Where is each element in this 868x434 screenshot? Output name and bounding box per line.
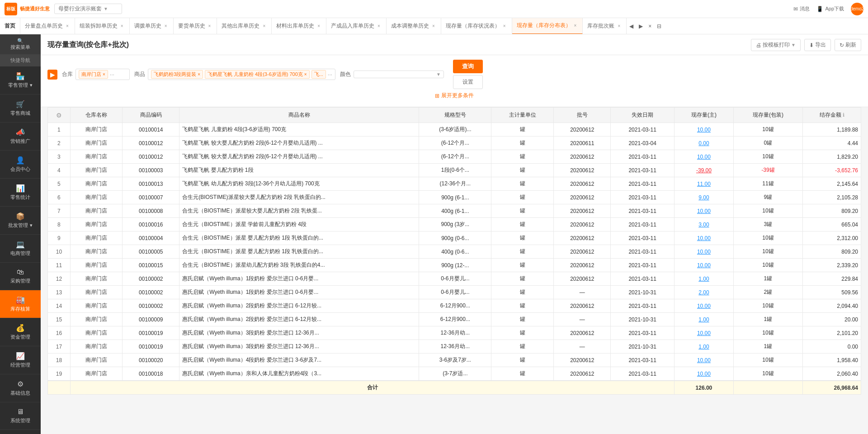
tab-close-qi-ta[interactable]: × [261,23,267,29]
tab-xian-cun-fenpei[interactable]: 现存量（库存分布表） × [512,18,583,34]
template-print-arrow: ▼ [791,42,796,47]
product-more[interactable]: ··· [328,71,332,78]
cell-code: 00100012 [123,150,179,164]
cell-num: 13 [48,286,71,299]
th-settings[interactable]: ⚙ [48,108,71,123]
tab-qi-ta[interactable]: 其他出库单历史 × [217,18,272,34]
product-filter-group: 商品 飞鹤奶粉3段两提装 × 飞鹤星飞帆 儿童奶粉 4段(3-6岁适用) 700… [134,69,335,80]
product-tag-2-close[interactable]: × [304,72,307,77]
cell-stock-main[interactable]: -39.00 [675,164,734,177]
sidebar-item-ecommerce[interactable]: 💻 电商管理 [0,235,41,263]
sidebar-item-retail-mgmt[interactable]: 🏪 零售管理 ▾ [0,66,41,94]
sidebar-item-basic[interactable]: ⚙ 基础信息 [0,374,41,402]
cell-unit: 罐 [491,367,554,381]
tab-close-yao-huo[interactable]: × [207,23,212,29]
cell-stock-main[interactable]: 2.00 [675,286,734,299]
cell-stock-main[interactable]: 10.00 [675,150,734,164]
refresh-btn[interactable]: ↻ 刷新 [835,39,861,51]
cell-stock-main[interactable]: 1.00 [675,272,734,286]
cell-stock-main[interactable]: 10.00 [675,259,734,272]
cell-expire: 2021-03-11 [611,231,675,245]
sidebar-item-enterprise[interactable]: 🤝 企业协同 [0,430,41,434]
cell-num: 19 [48,367,71,381]
cell-stock-main[interactable]: 0.00 [675,137,734,150]
expand-more-btn[interactable]: ⊞ 展开更多条件 [47,89,861,102]
query-btn[interactable]: 查询 [453,60,483,73]
sidebar-item-member[interactable]: 👤 会员中心 [0,151,41,179]
cell-unit: 罐 [491,272,554,286]
tab-fen-pan[interactable]: 分量盘点单历史 × [20,18,75,34]
tab-close-cai-liao[interactable]: × [316,23,321,29]
message-btn[interactable]: ✉ 消息 [793,5,810,12]
warehouse-tag-close[interactable]: × [103,72,105,77]
template-print-btn[interactable]: 🖨 按模板打印 ▼ [751,39,801,51]
cell-unit: 罐 [491,313,554,326]
tab-nav-prev[interactable]: ◀ [627,23,636,29]
cell-balance: 1,189.88 [803,123,861,137]
cell-stock-main[interactable]: 10.00 [675,245,734,259]
cell-name: 惠氏启赋（Wyeth illuma）亲和人体儿童配方奶粉4段（3... [179,367,419,381]
cell-stock-main[interactable]: 10.00 [675,326,734,340]
warehouse-more[interactable]: ··· [110,71,114,78]
cell-stock-main[interactable]: 1.00 [675,313,734,326]
tab-close-xian-cun-kucun[interactable]: × [502,23,507,29]
export-btn[interactable]: ⬇ 导出 [804,39,831,51]
sidebar-item-retail-stats[interactable]: 📊 零售统计 [0,179,41,207]
sidebar-item-marketing[interactable]: 📣 营销推广 [0,123,41,151]
tab-close-xian-cun-fenpei[interactable]: × [573,23,578,28]
sidebar-item-finance[interactable]: 💰 资金管理 [0,318,41,346]
cell-stock-main[interactable]: 10.00 [675,299,734,313]
tab-xian-cun-kucun[interactable]: 现存量（库存状况表） × [441,18,512,34]
cell-stock-main[interactable]: 1.00 [675,340,734,354]
tab-close-cheng-ben[interactable]: × [431,23,436,29]
tab-close-tiao-bo[interactable]: × [163,23,169,29]
sidebar-search[interactable]: 🔍 搜索菜单 [0,34,41,54]
settings-icon[interactable]: ⚙ [56,112,62,119]
tab-yao-huo[interactable]: 要货单历史 × [174,18,217,34]
tab-nav-menu[interactable]: ⊟ [654,23,664,29]
tab-chan-pin[interactable]: 产成品入库单历史 × [326,18,387,34]
cell-num: 17 [48,340,71,354]
cell-stock-main[interactable]: 10.00 [675,367,734,381]
cell-stock-main[interactable]: 10.00 [675,231,734,245]
tab-cheng-ben[interactable]: 成本调整单历史 × [387,18,441,34]
sidebar-item-purchase[interactable]: 🛍 采购管理 [0,263,41,290]
org-selector[interactable]: 母婴行业演示账套 ▼ [54,4,122,14]
sidebar-quick-nav[interactable]: 快捷导航 [0,54,41,66]
cell-stock-main[interactable]: 3.00 [675,218,734,231]
sidebar-item-inventory[interactable]: 🏭 库存核算 [0,290,41,318]
settings-btn[interactable]: 设置 [453,75,483,89]
tab-tiao-bo[interactable]: 调拨单历史 × [130,18,174,34]
tab-close-chan-pin[interactable]: × [376,23,382,29]
tab-close-zu-chai[interactable]: × [119,23,125,29]
tab-cai-liao[interactable]: 材料出库单历史 × [272,18,326,34]
cell-stock-main[interactable]: 10.00 [675,354,734,367]
cell-stock-main[interactable]: 10.00 [675,123,734,137]
tab-nav-close[interactable]: × [646,23,654,29]
sidebar-item-ops[interactable]: 📈 经营管理 [0,346,41,374]
product-tag-container[interactable]: 飞鹤奶粉3段两提装 × 飞鹤星飞帆 儿童奶粉 4段(3-6岁适用) 700克 ×… [148,69,335,80]
tab-pi-ci[interactable]: 库存批次账 × [583,18,627,34]
sidebar-item-retail-shop[interactable]: 🛒 零售商城 [0,94,41,123]
warehouse-tag-container[interactable]: 南岸门店 × ··· [75,69,130,80]
avatar[interactable]: demo2 [851,3,863,15]
color-container[interactable]: ▼ [354,71,444,78]
tab-close-pi-ci[interactable]: × [616,23,622,29]
product-tag-1-close[interactable]: × [198,72,200,77]
sidebar-item-system[interactable]: 🖥 系统管理 [0,402,41,430]
tab-nav-next[interactable]: ▶ [636,23,646,29]
sidebar-item-wholesale[interactable]: 📦 批发管理 ▾ [0,207,41,235]
app-download-btn[interactable]: 📱 App下载 [816,5,844,12]
cell-batch: 20200612 [554,299,611,313]
cell-stock-main[interactable]: 9.00 [675,191,734,204]
tab-zu-chai[interactable]: 组装拆卸单历史 × [75,18,130,34]
filter-toggle[interactable]: ▶ [47,70,57,80]
cell-stock-main[interactable]: 10.00 [675,204,734,218]
cell-spec: 12-36月幼... [419,340,491,354]
cell-stock-main[interactable]: 11.00 [675,177,734,191]
tab-close-fen-pan[interactable]: × [65,23,70,29]
cell-balance: 2,101.20 [803,326,861,340]
cell-expire: 2021-03-11 [611,123,675,137]
cell-warehouse: 南岸门店 [70,123,123,137]
tab-home[interactable]: 首页 [0,18,20,34]
